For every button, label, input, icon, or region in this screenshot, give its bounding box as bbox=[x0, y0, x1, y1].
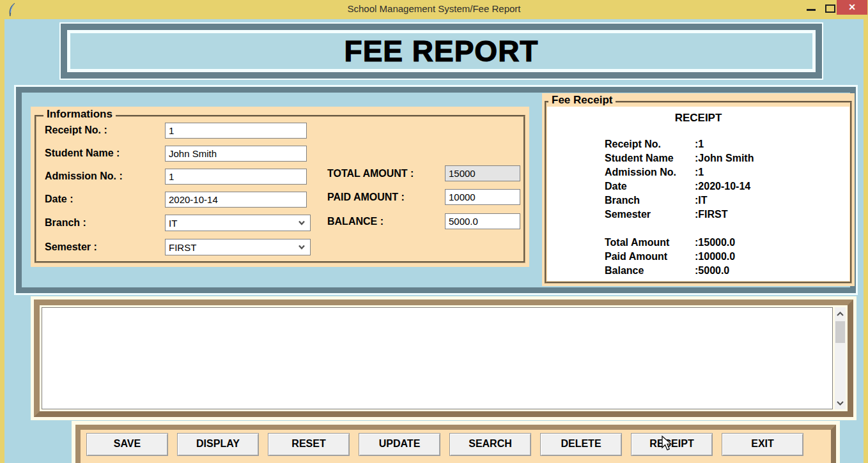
branch-label: Branch : bbox=[45, 217, 165, 229]
mouse-cursor bbox=[660, 436, 674, 452]
branch-value: IT bbox=[169, 218, 177, 229]
semester-label: Semester : bbox=[45, 241, 165, 253]
semester-select[interactable]: FIRST bbox=[165, 239, 311, 255]
admission-no-label: Admission No. : bbox=[45, 171, 165, 182]
receipt-line: Receipt No.:1 bbox=[605, 137, 849, 151]
date-label: Date : bbox=[45, 194, 165, 205]
search-button[interactable]: SEARCH bbox=[449, 433, 531, 456]
delete-button[interactable]: DELETE bbox=[540, 433, 622, 456]
receipt-line: Total Amount:15000.0 bbox=[605, 236, 849, 250]
chevron-down-icon bbox=[836, 400, 844, 406]
student-name-input[interactable] bbox=[165, 146, 307, 162]
reset-button[interactable]: RESET bbox=[268, 433, 350, 456]
informations-panel: Informations Receipt No. : Student Name … bbox=[31, 107, 529, 267]
close-button[interactable]: ✕ bbox=[837, 0, 867, 15]
scrollbar-thumb[interactable] bbox=[835, 321, 845, 343]
receipt-title: RECEIPT bbox=[547, 112, 849, 125]
paid-amount-input[interactable] bbox=[445, 189, 520, 205]
scroll-up-button[interactable] bbox=[835, 308, 846, 319]
maximize-icon bbox=[825, 4, 835, 13]
balance-label: BALANCE : bbox=[327, 216, 445, 227]
total-amount-input[interactable] bbox=[445, 165, 520, 181]
receipt-line: Paid Amount:10000.0 bbox=[605, 250, 849, 264]
receipt-line: Balance:5000.0 bbox=[605, 264, 849, 278]
window-border-right bbox=[864, 19, 868, 463]
minimize-icon bbox=[807, 9, 816, 11]
display-button[interactable]: DISPLAY bbox=[177, 433, 259, 456]
receipt-line: Student Name:John Smith bbox=[605, 151, 849, 165]
exit-button[interactable]: EXIT bbox=[722, 433, 803, 456]
semester-value: FIRST bbox=[169, 242, 196, 253]
update-button[interactable]: UPDATE bbox=[359, 433, 440, 456]
action-button-bar: SAVE DISPLAY RESET UPDATE SEARCH DELETE … bbox=[72, 421, 840, 463]
receipt-line: Date:2020-10-14 bbox=[605, 179, 849, 194]
total-amount-label: TOTAL AMOUNT : bbox=[327, 168, 445, 179]
window-border-left bbox=[0, 19, 4, 463]
receipt-blank-line bbox=[605, 222, 849, 236]
vertical-scrollbar[interactable] bbox=[835, 307, 846, 409]
chevron-down-icon bbox=[298, 245, 306, 250]
receipt-line: Semester:FIRST bbox=[605, 208, 849, 222]
scroll-down-button[interactable] bbox=[835, 397, 846, 408]
receipt-no-input[interactable] bbox=[165, 123, 307, 139]
receipt-preview: RECEIPT Receipt No.:1 Student Name:John … bbox=[547, 107, 849, 281]
balance-input[interactable] bbox=[445, 213, 520, 229]
save-button[interactable]: SAVE bbox=[86, 433, 168, 456]
date-input[interactable] bbox=[165, 192, 307, 208]
report-textarea[interactable] bbox=[42, 307, 833, 409]
fee-receipt-panel: Fee Receipt RECEIPT Receipt No.:1 Studen… bbox=[542, 93, 855, 286]
window-title: School Management System/Fee Report bbox=[0, 0, 868, 19]
receipt-no-label: Receipt No. : bbox=[45, 125, 165, 136]
chevron-down-icon bbox=[298, 220, 306, 225]
branch-select[interactable]: IT bbox=[165, 215, 311, 231]
report-panel bbox=[31, 296, 856, 420]
page-header: FEE REPORT bbox=[59, 22, 823, 80]
student-name-label: Student Name : bbox=[45, 148, 165, 159]
receipt-line: Branch:IT bbox=[605, 194, 849, 208]
title-bar: School Management System/Fee Report ✕ bbox=[0, 0, 868, 19]
informations-legend: Informations bbox=[43, 108, 116, 121]
paid-amount-label: PAID AMOUNT : bbox=[327, 192, 445, 203]
admission-no-input[interactable] bbox=[165, 169, 307, 185]
minimize-button[interactable] bbox=[800, 0, 823, 15]
page-title: FEE REPORT bbox=[345, 34, 539, 68]
chevron-up-icon bbox=[836, 312, 844, 317]
app-window: School Management System/Fee Report ✕ FE… bbox=[0, 0, 868, 463]
maximize-button[interactable] bbox=[823, 0, 837, 15]
receipt-line: Admission No.:1 bbox=[605, 165, 849, 179]
fee-receipt-legend: Fee Receipt bbox=[548, 94, 616, 107]
